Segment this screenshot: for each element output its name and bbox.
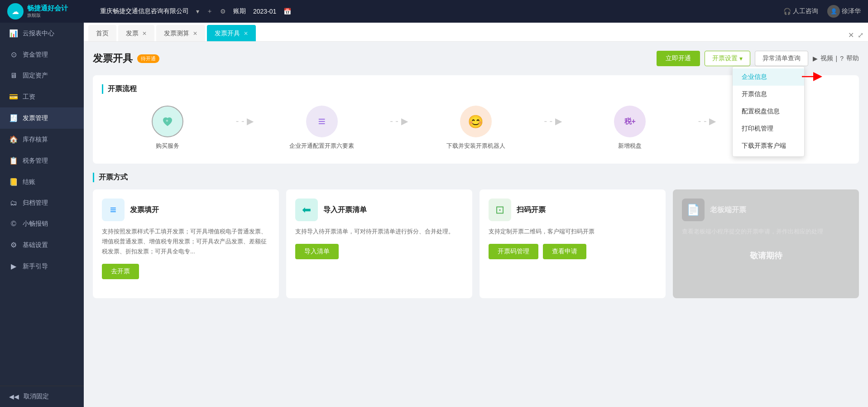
tab-expand-btn[interactable]: ⤢ (858, 31, 863, 39)
method-card-boss-invoice: 📄 老板端开票 查看老板端小程序提交的开票申请，并作出相应的处理 敬请期待 (673, 189, 859, 298)
flow-icon-buy-service: + (152, 106, 183, 137)
exception-btn[interactable]: 异常清单查询 (755, 51, 808, 66)
support-btn[interactable]: 🎧 人工咨询 (783, 7, 818, 15)
scan-invoice-title: 扫码开票 (517, 205, 546, 215)
page-content: 发票开具 待开通 立即开通 开票设置 ▾ 异常清单查询 ▶ 视频 (84, 42, 868, 407)
tab-invoice-calc-close[interactable]: ✕ (193, 30, 197, 37)
flow-icon-add-taxdisk: 税+ (614, 106, 646, 137)
tab-close-btn[interactable]: ✕ (848, 31, 854, 39)
sidebar-item-invoice-mgmt[interactable]: 🧾 发票管理 (0, 107, 84, 129)
tab-bar: 首页 发票 ✕ 发票测算 ✕ 发票开具 ✕ ✕ ⤢ (84, 23, 868, 42)
sidebar-label-payroll: 工资 (23, 93, 35, 101)
new-guide-icon: ▶ (9, 262, 18, 271)
app-sub: 旗舰版 (27, 12, 68, 19)
sidebar-item-accounting[interactable]: 📒 结账 (0, 171, 84, 193)
archive-icon: 🗂 (9, 199, 18, 207)
support-label: 人工咨询 (793, 7, 818, 15)
flow-step-download-robot: 😊 下载并安装开票机器人 (410, 106, 542, 150)
account-period-label: 账期 (233, 7, 246, 15)
sidebar-item-fixed-asset[interactable]: 🖥 固定资产 (0, 65, 84, 86)
status-badge: 待开通 (137, 54, 159, 63)
sidebar-item-fund-mgmt[interactable]: ⊙ 资金管理 (0, 44, 84, 65)
flow-arrow-3: - - ▶ (542, 116, 564, 126)
flow-step-add-taxdisk-label: 新增税盘 (618, 142, 642, 150)
method-card-boss-header: 📄 老板端开票 (682, 199, 850, 221)
headset-icon: 🎧 (783, 8, 791, 15)
flow-step-buy-service-label: 购买服务 (156, 142, 179, 150)
dropdown-icon[interactable]: ▾ (196, 8, 199, 15)
import-invoice-icon: ⬅ (295, 199, 318, 221)
scan-invoice-desc: 支持定制开票二维码，客户端可扫码开票 (489, 227, 657, 237)
tab-invoice-close[interactable]: ✕ (142, 30, 147, 37)
tab-invoice-calc-label: 发票测算 (164, 29, 189, 38)
fixed-asset-icon: 🖥 (9, 72, 18, 80)
flow-step-add-taxdisk: 税+ 新增税盘 (564, 106, 696, 150)
logo-text-block: 畅捷通好会计 旗舰版 (27, 4, 68, 19)
sidebar-item-basic-settings[interactable]: ⚙ 基础设置 (0, 234, 84, 256)
settings-icon[interactable]: ⚙ (220, 8, 226, 15)
basic-settings-icon: ⚙ (9, 241, 18, 249)
inventory-icon: 🏠 (9, 135, 18, 144)
method-card-import-header: ⬅ 导入开票清单 (295, 199, 463, 221)
dropdown-item-company-info[interactable]: 企业信息 (733, 68, 804, 86)
flow-step-config-enterprise: ≡ 企业开通配置开票六要素 (256, 106, 388, 150)
method-card-import-invoice: ⬅ 导入开票清单 支持导入待开票清单，可对待开票清单进行拆分、合并处理。 导入清… (286, 189, 472, 298)
sidebar-label-tax-mgmt: 税务管理 (23, 157, 48, 165)
sidebar-label-xiaochang: 小畅报销 (23, 220, 48, 228)
calendar-icon[interactable]: 📅 (283, 8, 291, 15)
tab-invoice-issue-close[interactable]: ✕ (244, 30, 248, 37)
fill-invoice-btn[interactable]: 去开票 (102, 264, 139, 279)
add-icon[interactable]: ＋ (206, 7, 213, 15)
payroll-icon: 💳 (9, 92, 18, 101)
sidebar-item-payroll[interactable]: 💳 工资 (0, 86, 84, 107)
method-section: 开票方式 ≡ 发票填开 支持按照发票样式手工填开发票；可开具增值税电子普通发票、… (93, 173, 859, 298)
sidebar-item-xiaochang[interactable]: © 小畅报销 (0, 213, 84, 234)
scan-invoice-btn2[interactable]: 查看申请 (543, 244, 586, 259)
flow-arrow-1: - - ▶ (234, 116, 256, 126)
company-name: 重庆畅捷交通信息咨询有限公司 (100, 7, 189, 15)
sidebar-item-inventory[interactable]: 🏠 库存核算 (0, 129, 84, 150)
activate-btn[interactable]: 立即开通 (657, 51, 700, 66)
question-icon: ? (840, 55, 844, 62)
sidebar-label-cancel-fixed: 取消固定 (24, 392, 49, 401)
svg-text:+: + (166, 118, 168, 123)
sidebar-bottom: ◀◀ 取消固定 (0, 386, 84, 407)
tab-invoice-calc[interactable]: 发票测算 ✕ (156, 25, 205, 41)
fill-invoice-icon: ≡ (102, 199, 125, 221)
sidebar-label-inventory: 库存核算 (23, 136, 48, 144)
flow-icon-download-robot: 😊 (460, 106, 492, 137)
settings-btn[interactable]: 开票设置 ▾ (705, 51, 750, 66)
sidebar-item-archive[interactable]: 🗂 归档管理 (0, 193, 84, 213)
sidebar-label-new-guide: 新手引导 (23, 262, 48, 271)
sidebar-label-cloud-report: 云报表中心 (23, 29, 54, 38)
help-label[interactable]: 帮助 (846, 54, 859, 63)
sidebar-item-new-guide[interactable]: ▶ 新手引导 (0, 256, 84, 277)
sidebar-label-basic-settings: 基础设置 (23, 241, 48, 249)
tab-home[interactable]: 首页 (88, 25, 116, 41)
page-header: 发票开具 待开通 立即开通 开票设置 ▾ 异常清单查询 ▶ 视频 (93, 51, 859, 66)
dropdown-item-download-client[interactable]: 下载开票客户端 (733, 137, 804, 155)
tax-mgmt-icon: 📋 (9, 156, 18, 165)
tab-invoice[interactable]: 发票 ✕ (118, 25, 154, 41)
xiaochang-icon: © (9, 220, 18, 228)
page-title-area: 发票开具 待开通 (93, 52, 159, 65)
tab-invoice-issue[interactable]: 发票开具 ✕ (207, 25, 256, 41)
tab-invoice-label: 发票 (126, 29, 139, 38)
dropdown-item-invoice-info[interactable]: 开票信息 (733, 86, 804, 103)
header-right: 🎧 人工咨询 👤 徐泽华 (783, 5, 861, 18)
sidebar-item-cloud-report[interactable]: 📊 云报表中心 (0, 23, 84, 44)
scan-invoice-btn1[interactable]: 开票码管理 (489, 244, 538, 259)
sidebar-item-cancel-fixed[interactable]: ◀◀ 取消固定 (0, 386, 84, 407)
dropdown-item-tax-disk[interactable]: 配置税盘信息 (733, 103, 804, 120)
invoice-mgmt-icon: 🧾 (9, 114, 18, 122)
video-label[interactable]: 视频 (820, 54, 833, 63)
method-card-fill-invoice: ≡ 发票填开 支持按照发票样式手工填开发票；可开具增值税电子普通发票、增值税普通… (93, 189, 279, 298)
import-invoice-btn[interactable]: 导入清单 (295, 244, 339, 259)
heart-plus-icon: + (160, 114, 175, 129)
tab-home-label: 首页 (96, 29, 109, 38)
flow-arrow-4: - - ▶ (696, 116, 718, 126)
header-middle: 重庆畅捷交通信息咨询有限公司 ▾ ＋ ⚙ 账期 2023-01 📅 (91, 7, 783, 15)
dropdown-item-printer[interactable]: 打印机管理 (733, 120, 804, 137)
sidebar-item-tax-mgmt[interactable]: 📋 税务管理 (0, 150, 84, 171)
user-area[interactable]: 👤 徐泽华 (827, 5, 861, 18)
